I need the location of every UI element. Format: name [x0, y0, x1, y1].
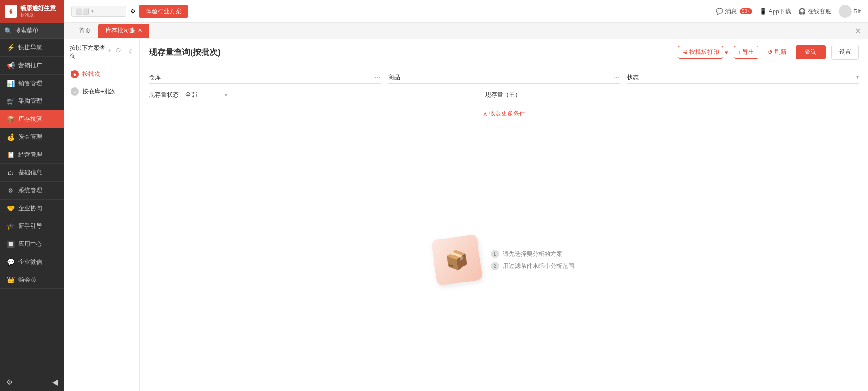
trial-button[interactable]: 体验行业方案: [139, 5, 188, 18]
tab-inventory-batch[interactable]: 库存批次账 ✕: [98, 24, 149, 38]
print-template-button[interactable]: 🖨 按模板打印: [678, 46, 724, 59]
sidebar-label-operations: 经营管理: [18, 151, 42, 159]
tab-close-icon[interactable]: ✕: [138, 27, 142, 33]
topbar-search-text: ⬜⬜: [76, 8, 89, 15]
filter-row-2: 现存量状态 全部 ▾ 现存量（主） —: [149, 89, 859, 100]
empty-tip-1: 1 请先选择要分析的方案: [491, 250, 574, 258]
warehouse-more-icon[interactable]: ···: [374, 73, 380, 81]
sidebar-item-basic[interactable]: 🗂 基础信息: [0, 164, 64, 182]
sidebar-label-system: 系统管理: [18, 186, 42, 195]
goods-more-icon[interactable]: ···: [614, 73, 620, 81]
filter-row-1: 仓库 ··· 商品 ··· 状态 ▾: [149, 73, 859, 84]
refresh-button[interactable]: ↺ 刷新: [764, 46, 790, 58]
sidebar-item-marketing[interactable]: 📢 营销推广: [0, 57, 64, 75]
tab-close-page-icon[interactable]: ✕: [855, 27, 861, 35]
main-area: ⬜⬜ ▾ ⚙ 体验行业方案 💬 消息 99+ 📱 App下载 🎧 在线客服: [64, 0, 868, 391]
sidebar-item-app-center[interactable]: 🔲 应用中心: [0, 235, 64, 253]
left-panel-item-by-warehouse-batch[interactable]: ○ 按仓库+批次: [64, 83, 139, 100]
sidebar-icon-finance: 💰: [6, 133, 15, 141]
sidebar-label-quick-nav: 快捷导航: [18, 43, 42, 52]
export-button[interactable]: ↓ 导出: [734, 46, 758, 59]
app-subtitle: 标准版: [20, 12, 56, 18]
page-content: 按以下方案查询 ＋ ⊙ 《 ● 按批次 ○ 按仓库+批次 现存量查询(按批次): [64, 39, 868, 391]
left-panel: 按以下方案查询 ＋ ⊙ 《 ● 按批次 ○ 按仓库+批次: [64, 39, 140, 391]
sidebar-item-guide[interactable]: 🎓 新手引导: [0, 217, 64, 235]
settings-scheme-icon[interactable]: ⊙: [115, 46, 121, 58]
tab-home-label: 首页: [79, 27, 91, 35]
sidebar-search[interactable]: 🔍 搜索菜单: [0, 23, 64, 39]
sidebar-label-enterprise: 企业协同: [18, 204, 42, 212]
sidebar-item-quick-nav[interactable]: ⚡ 快捷导航: [0, 39, 64, 57]
empty-state: 📦 1 请先选择要分析的方案 2 用过滤条件来缩小分析范围: [140, 129, 868, 391]
left-panel-icon-by-warehouse-batch: ○: [71, 87, 79, 96]
print-dropdown-icon[interactable]: ▾: [725, 49, 728, 56]
topbar-settings-icon[interactable]: ⚙: [130, 8, 136, 15]
sidebar-label-wechat: 企业微信: [18, 258, 42, 266]
collapse-chevron-icon: ∧: [483, 110, 488, 117]
inventory-qty-range: —: [525, 89, 610, 100]
inventory-status-select[interactable]: 全部: [182, 90, 228, 99]
sidebar-search-label: 搜索菜单: [15, 27, 38, 35]
tabs-bar: 首页 库存批次账 ✕ ✕: [64, 23, 868, 39]
sidebar-item-wechat[interactable]: 💬 企业微信: [0, 253, 64, 271]
right-panel: 现存量查询(按批次) 🖨 按模板打印 ▾ ↓ 导出 ↺ 刷新 查询 设置: [140, 39, 868, 391]
filter-goods: 商品 ···: [388, 73, 620, 84]
warehouse-input[interactable]: [167, 73, 374, 81]
status-input[interactable]: [645, 73, 856, 81]
sidebar-item-purchase[interactable]: 🛒 采购管理: [0, 92, 64, 110]
settings-icon[interactable]: ⚙: [6, 378, 13, 386]
sidebar-label-marketing: 营销推广: [18, 61, 42, 70]
empty-tip-2-text: 用过滤条件来缩小分析范围: [503, 262, 574, 270]
sidebar-label-finance: 资金管理: [18, 133, 42, 141]
search-icon: 🔍: [5, 27, 12, 34]
sidebar-item-inventory[interactable]: 📦 库存核算: [0, 110, 64, 128]
range-dash: —: [564, 90, 570, 97]
user-item[interactable]: Rit: [839, 5, 861, 18]
sidebar-item-member[interactable]: 👑 畅会员: [0, 271, 64, 289]
tab-inventory-batch-label: 库存批次账: [105, 27, 135, 35]
collapse-sidebar-icon[interactable]: ◀: [52, 378, 58, 386]
sidebar: 6 畅康通好生意 标准版 🔍 搜索菜单 ⚡ 快捷导航 📢 营销推广 📊 销售管理…: [0, 0, 64, 391]
topbar-search-group[interactable]: ⬜⬜ ▾: [71, 6, 126, 17]
inventory-qty-label: 现存量（主）: [485, 91, 521, 99]
sidebar-icon-enterprise: 🤝: [6, 204, 15, 212]
inventory-qty-from[interactable]: [525, 89, 561, 98]
left-panel-item-by-batch[interactable]: ● 按批次: [64, 65, 139, 83]
query-button[interactable]: 查询: [796, 45, 826, 59]
filter-area: 仓库 ··· 商品 ··· 状态 ▾: [140, 65, 868, 129]
collapse-more-btn[interactable]: ∧ 收起更多条件: [149, 106, 859, 121]
sidebar-item-finance[interactable]: 💰 资金管理: [0, 128, 64, 146]
sidebar-title-block: 畅康通好生意 标准版: [20, 5, 56, 18]
page-title: 现存量查询(按批次): [149, 47, 220, 58]
messages-item[interactable]: 💬 消息 99+: [716, 7, 752, 16]
sidebar-item-operations[interactable]: 📋 经营管理: [0, 146, 64, 164]
inventory-status-label: 现存量状态: [149, 91, 179, 99]
inventory-qty-to[interactable]: [573, 89, 610, 98]
sidebar-icon-marketing: 📢: [6, 61, 15, 70]
status-dropdown-icon[interactable]: ▾: [856, 74, 859, 81]
app-download-item[interactable]: 📱 App下载: [759, 7, 791, 16]
sidebar-icon-member: 👑: [6, 276, 15, 284]
filter-warehouse: 仓库 ···: [149, 73, 381, 84]
add-scheme-icon[interactable]: ＋: [106, 46, 113, 58]
sidebar-icon-basic: 🗂: [6, 168, 15, 177]
sidebar-icon-guide: 🎓: [6, 222, 15, 230]
left-panel-title: 按以下方案查询: [70, 44, 106, 60]
goods-label: 商品: [388, 73, 407, 81]
sidebar-item-system[interactable]: ⚙ 系统管理: [0, 182, 64, 200]
user-name: Rit: [853, 8, 861, 15]
sidebar-item-enterprise[interactable]: 🤝 企业协同: [0, 200, 64, 217]
goods-input[interactable]: [407, 73, 614, 81]
settings-button[interactable]: 设置: [831, 45, 859, 60]
sidebar-footer: ⚙ ◀: [0, 373, 64, 391]
collapse-left-panel-icon[interactable]: 《: [124, 46, 134, 58]
page-header-actions: 🖨 按模板打印 ▾ ↓ 导出 ↺ 刷新 查询 设置: [678, 45, 859, 60]
sidebar-label-sales: 销售管理: [18, 79, 42, 87]
sidebar-item-sales[interactable]: 📊 销售管理: [0, 75, 64, 92]
tab-home[interactable]: 首页: [71, 24, 98, 38]
topbar-dropdown-icon[interactable]: ▾: [91, 8, 94, 14]
sidebar-nav: ⚡ 快捷导航 📢 营销推广 📊 销售管理 🛒 采购管理 📦 库存核算 💰 资金管…: [0, 39, 64, 373]
online-service-item[interactable]: 🎧 在线客服: [798, 7, 831, 16]
filter-inventory-status: 现存量状态 全部 ▾: [149, 90, 228, 99]
left-panel-header: 按以下方案查询 ＋ ⊙ 《: [64, 39, 139, 65]
